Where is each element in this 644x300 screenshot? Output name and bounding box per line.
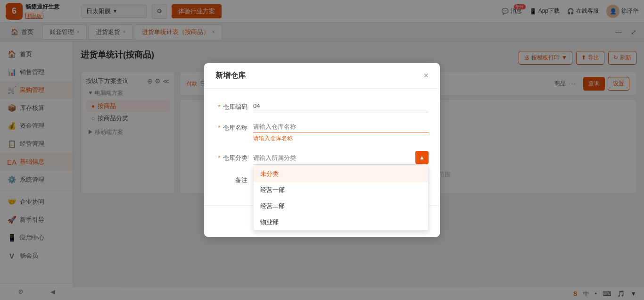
modal-close-button[interactable]: × bbox=[423, 71, 429, 81]
new-warehouse-modal: 新增仓库 × * 仓库编码 * 仓库名称 bbox=[204, 63, 440, 237]
modal-title: 新增仓库 bbox=[215, 71, 246, 81]
form-row-name: * 仓库名称 请输入仓库名称 bbox=[215, 121, 429, 142]
modal-overlay: 新增仓库 × * 仓库编码 * 仓库名称 bbox=[0, 0, 644, 300]
warehouse-code-input[interactable] bbox=[253, 100, 429, 112]
category-dropdown: 未分类 经营一部 经营二部 物业部 bbox=[253, 166, 429, 231]
category-label: * 仓库分类 bbox=[215, 151, 253, 162]
name-label: * 仓库名称 bbox=[215, 121, 253, 132]
category-input-wrap: ▲ bbox=[253, 151, 429, 165]
form-row-category: * 仓库分类 ▲ 未分类 经营一部 经营二部 物业部 bbox=[215, 151, 429, 165]
notes-label: 备注 bbox=[215, 173, 253, 184]
warehouse-category-input[interactable] bbox=[253, 152, 415, 164]
warehouse-name-input[interactable] bbox=[253, 121, 429, 133]
dropdown-item-dept1[interactable]: 经营一部 bbox=[254, 182, 428, 198]
dropdown-item-dept3[interactable]: 物业部 bbox=[254, 214, 428, 230]
category-toggle-button[interactable]: ▲ bbox=[415, 151, 429, 164]
dropdown-item-unclassified[interactable]: 未分类 bbox=[254, 166, 428, 182]
name-error-message: 请输入仓库名称 bbox=[253, 134, 429, 142]
modal-header: 新增仓库 × bbox=[204, 63, 440, 89]
dropdown-item-dept2[interactable]: 经营二部 bbox=[254, 198, 428, 214]
name-field: 请输入仓库名称 bbox=[253, 121, 429, 142]
modal-body: * 仓库编码 * 仓库名称 请输入仓库名称 bbox=[204, 89, 440, 205]
form-row-code: * 仓库编码 bbox=[215, 100, 429, 112]
category-field: ▲ 未分类 经营一部 经营二部 物业部 bbox=[253, 151, 429, 165]
code-label: * 仓库编码 bbox=[215, 100, 253, 111]
code-field bbox=[253, 100, 429, 112]
